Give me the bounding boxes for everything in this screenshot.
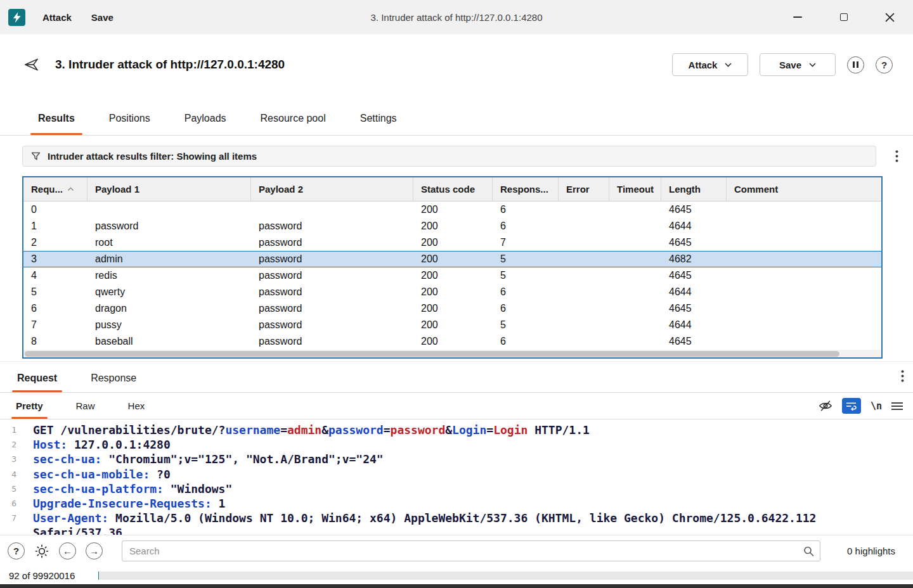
code-segment: Login — [452, 423, 486, 437]
request-line[interactable]: 3sec-ch-ua: "Chromium";v="125", "Not.A/B… — [0, 452, 913, 466]
request-line[interactable]: 2Host: 127.0.0.1:4280 — [0, 437, 913, 452]
column-header-comment[interactable]: Comment — [727, 177, 881, 201]
search-settings-button[interactable] — [34, 544, 49, 559]
code-segment: HTTP/1.1 — [528, 423, 590, 437]
column-header-timeout[interactable]: Timeout — [609, 177, 661, 201]
chevron-down-icon — [725, 63, 732, 67]
table-cell: 5 — [493, 319, 559, 331]
help-button[interactable]: ? — [876, 56, 893, 74]
column-label: Comment — [734, 184, 778, 195]
filter-label: Intruder attack results filter: Showing … — [48, 151, 257, 162]
table-row[interactable]: 6dragonpassword20064645 — [23, 300, 881, 317]
table-row[interactable]: 8baseballpassword20064645 — [23, 333, 881, 350]
table-cell: password — [251, 237, 413, 248]
code-segment: Login — [493, 423, 528, 437]
tab-positions[interactable]: Positions — [109, 95, 150, 135]
attack-button[interactable]: Attack — [672, 53, 748, 76]
column-header-respons[interactable]: Respons... — [493, 177, 559, 201]
request-line[interactable]: 7User-Agent: Mozilla/5.0 (Windows NT 10.… — [0, 511, 913, 525]
previous-match-button[interactable]: ← — [59, 542, 76, 559]
search-input[interactable] — [122, 540, 820, 561]
request-line[interactable]: Safari/537.36 — [0, 525, 913, 535]
column-label: Requ... — [31, 184, 63, 195]
code-segment: ?0 — [150, 468, 171, 481]
save-button[interactable]: Save — [760, 53, 836, 76]
tab-payloads[interactable]: Payloads — [185, 95, 226, 135]
message-menu-button[interactable] — [901, 370, 904, 385]
menu-attack[interactable]: Attack — [42, 12, 72, 23]
maximize-button[interactable] — [820, 0, 867, 34]
tab-hex[interactable]: Hex — [128, 393, 145, 419]
table-cell: 1 — [23, 220, 87, 232]
column-label: Status code — [421, 184, 475, 195]
table-row[interactable]: 4redispassword20054645 — [23, 267, 881, 284]
editor-menu-button[interactable] — [891, 402, 903, 411]
code-segment: User-Agent: — [33, 511, 108, 525]
tab-results[interactable]: Results — [38, 95, 75, 135]
show-newlines-toggle[interactable]: \n — [871, 400, 882, 412]
request-line[interactable]: 6Upgrade-Insecure-Requests: 1 — [0, 496, 913, 511]
read-only-toggle[interactable] — [819, 400, 832, 412]
tab-pretty[interactable]: Pretty — [16, 393, 43, 419]
table-cell: 4 — [23, 270, 87, 281]
results-section: Requ...Payload 1Payload 2Status codeResp… — [0, 176, 913, 361]
code-segment: Mozilla/5.0 (Windows NT 10.0; Win64; x64… — [108, 511, 816, 525]
window-bottom-edge — [0, 584, 913, 588]
table-row[interactable]: 1passwordpassword20064644 — [23, 218, 881, 234]
request-line-text: Safari/537.36 — [28, 526, 122, 535]
column-label: Respons... — [500, 184, 548, 195]
table-cell: 6 — [23, 303, 87, 314]
horizontal-scrollbar[interactable] — [23, 350, 881, 357]
column-header-payload-1[interactable]: Payload 1 — [87, 177, 251, 201]
results-filter-bar[interactable]: Intruder attack results filter: Showing … — [22, 146, 876, 167]
request-line[interactable]: 5sec-ch-ua-platform: "Windows" — [0, 482, 913, 496]
table-row[interactable]: 020064645 — [23, 201, 881, 218]
table-row[interactable]: 7pussypassword20054644 — [23, 317, 881, 333]
column-header-length[interactable]: Length — [661, 177, 727, 201]
table-cell: 3 — [23, 253, 87, 265]
tab-raw[interactable]: Raw — [76, 393, 95, 419]
code-segment: password — [328, 423, 384, 437]
table-cell: 200 — [413, 319, 493, 331]
table-cell: 4682 — [661, 253, 727, 265]
column-header-payload-2[interactable]: Payload 2 — [251, 177, 413, 201]
scrollbar-thumb[interactable] — [25, 351, 839, 357]
table-cell: password — [251, 303, 413, 314]
intruder-attack-window: Attack Save 3. Intruder attack of http:/… — [0, 0, 913, 588]
minimize-button[interactable] — [774, 0, 820, 34]
tab-settings[interactable]: Settings — [360, 95, 397, 135]
hamburger-icon — [891, 402, 903, 411]
line-number: 5 — [0, 484, 28, 494]
titlebar: Attack Save 3. Intruder attack of http:/… — [0, 0, 913, 34]
code-segment: "Chromium";v="125", "Not.A/Brand";v="24" — [101, 452, 383, 466]
sort-ascending-icon — [67, 187, 74, 191]
pause-attack-button[interactable] — [847, 56, 864, 74]
request-line[interactable]: 1GET /vulnerabilities/brute/?username=ad… — [0, 423, 913, 437]
code-segment: Upgrade-Insecure-Requests: — [33, 497, 212, 510]
request-line[interactable]: 4sec-ch-ua-mobile: ?0 — [0, 467, 913, 482]
message-tabs: RequestResponse — [17, 362, 136, 392]
tab-resource-pool[interactable]: Resource pool — [261, 95, 326, 135]
column-header-requ[interactable]: Requ... — [23, 177, 87, 201]
request-editor-lines: 1GET /vulnerabilities/brute/?username=ad… — [0, 423, 913, 535]
filter-menu-button[interactable] — [890, 150, 903, 162]
tab-response[interactable]: Response — [91, 362, 136, 392]
kebab-icon — [895, 150, 898, 162]
gear-icon — [34, 544, 49, 559]
tab-request[interactable]: Request — [17, 362, 57, 392]
minimize-icon — [793, 16, 802, 18]
table-cell: password — [251, 319, 413, 331]
close-button[interactable] — [867, 0, 913, 34]
column-header-status-code[interactable]: Status code — [413, 177, 493, 201]
wrap-lines-toggle[interactable] — [842, 398, 861, 414]
search-help-button[interactable]: ? — [8, 542, 25, 559]
table-row[interactable]: 5qwertypassword20064644 — [23, 284, 881, 300]
menu-save[interactable]: Save — [91, 12, 113, 23]
request-editor[interactable]: 1GET /vulnerabilities/brute/?username=ad… — [0, 419, 913, 535]
table-row[interactable]: 3adminpassword20054682 — [23, 251, 881, 267]
table-row[interactable]: 2rootpassword20074645 — [23, 234, 881, 251]
next-match-button[interactable]: → — [86, 542, 103, 559]
request-line-text: sec-ch-ua-platform: "Windows" — [28, 482, 232, 495]
editor-search-bar: ? ← → 0 highlights — [0, 535, 913, 566]
column-header-error[interactable]: Error — [559, 177, 609, 201]
